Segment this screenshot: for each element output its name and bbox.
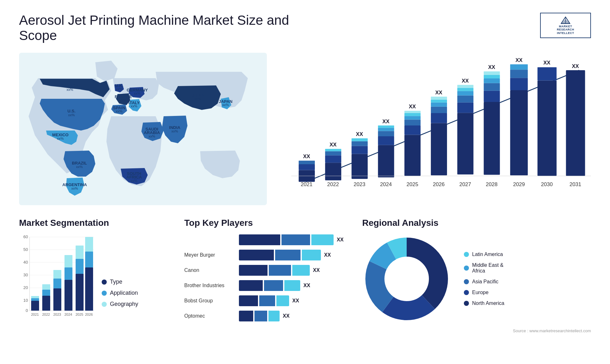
svg-rect-123 <box>31 298 39 301</box>
north-america-dot <box>464 301 469 306</box>
svg-rect-79 <box>457 103 473 113</box>
svg-text:60: 60 <box>24 234 28 239</box>
player-row-3: Brother Industries XX <box>184 280 349 291</box>
svg-text:xx%: xx% <box>57 137 64 140</box>
svg-rect-65 <box>404 116 421 119</box>
svg-text:2025: 2025 <box>406 181 418 187</box>
reg-item-mea: Middle East &Africa <box>464 262 504 274</box>
svg-text:2021: 2021 <box>301 181 313 187</box>
svg-rect-67 <box>404 111 421 113</box>
europe-dot <box>464 290 469 295</box>
svg-rect-39 <box>299 164 315 170</box>
svg-rect-136 <box>64 255 72 267</box>
svg-rect-135 <box>64 267 72 280</box>
svg-rect-144 <box>85 237 93 252</box>
svg-rect-72 <box>431 107 447 113</box>
svg-rect-83 <box>457 85 473 88</box>
svg-text:xx%: xx% <box>172 129 178 133</box>
players-title: Top Key Players <box>184 218 349 228</box>
svg-rect-51 <box>352 141 368 146</box>
svg-rect-63 <box>404 125 421 135</box>
world-map: CANADA xx% U.S. xx% MEXICO xx% BRAZIL xx… <box>19 53 267 205</box>
svg-rect-128 <box>42 284 50 290</box>
legend-item-geography: Geography <box>102 301 172 307</box>
player-bar-0: XX <box>239 234 349 245</box>
svg-rect-58 <box>378 128 394 131</box>
logo-box: MARKET RESEARCH INTELLECT <box>540 13 591 38</box>
svg-rect-45 <box>325 151 341 155</box>
source-text: Source : www.marketresearchintellect.com <box>362 328 591 333</box>
svg-rect-132 <box>53 270 61 279</box>
svg-rect-49 <box>352 154 368 179</box>
svg-text:CANADA: CANADA <box>61 83 79 88</box>
reg-item-latin: Latin America <box>464 252 504 257</box>
apac-dot <box>464 279 469 284</box>
svg-text:2026: 2026 <box>433 181 445 187</box>
svg-rect-130 <box>53 288 61 311</box>
svg-text:2029: 2029 <box>513 181 525 187</box>
svg-rect-56 <box>378 136 394 145</box>
reg-item-apac: Asia Pacific <box>464 279 504 285</box>
svg-text:2025: 2025 <box>76 313 83 316</box>
latin-dot <box>464 252 469 257</box>
svg-rect-81 <box>457 91 473 96</box>
page-wrapper: Aerosol Jet Printing Machine Market Size… <box>0 0 610 364</box>
svg-rect-94 <box>510 90 528 175</box>
svg-text:xx%: xx% <box>194 97 201 101</box>
svg-rect-124 <box>31 296 39 298</box>
legend-item-type: Type <box>102 279 172 285</box>
svg-text:xx%: xx% <box>222 103 229 107</box>
svg-rect-59 <box>378 125 394 128</box>
type-dot <box>102 280 107 285</box>
svg-rect-87 <box>484 91 500 102</box>
player-bar-4: XX <box>239 295 349 306</box>
svg-rect-91 <box>484 71 500 75</box>
regional-content: Latin America Middle East &Africa Asia P… <box>362 234 591 323</box>
svg-rect-73 <box>431 103 447 107</box>
svg-text:xx%: xx% <box>71 186 78 190</box>
svg-rect-97 <box>510 64 528 70</box>
svg-text:xx%: xx% <box>131 104 138 108</box>
seg-content: 60 50 40 30 20 10 0 <box>19 234 172 317</box>
logo-icon <box>558 16 573 25</box>
svg-rect-131 <box>53 279 61 288</box>
logo-area: MARKET RESEARCH INTELLECT <box>540 13 591 38</box>
svg-rect-74 <box>431 100 447 103</box>
svg-rect-43 <box>325 163 341 180</box>
svg-rect-66 <box>404 113 421 116</box>
svg-text:XX: XX <box>329 142 336 148</box>
player-value-4: XX <box>292 298 299 304</box>
svg-rect-57 <box>378 131 394 136</box>
player-row-4: Bobst Group XX <box>184 295 349 306</box>
logo-text: MARKET RESEARCH INTELLECT <box>557 25 574 35</box>
svg-rect-88 <box>484 83 500 91</box>
header: Aerosol Jet Printing Machine Market Size… <box>19 13 591 43</box>
svg-rect-82 <box>457 88 473 91</box>
player-name-3: Brother Industries <box>184 283 235 288</box>
svg-text:0: 0 <box>26 308 28 313</box>
svg-text:XX: XX <box>303 153 310 159</box>
svg-rect-139 <box>76 259 84 274</box>
svg-text:2024: 2024 <box>380 181 392 187</box>
player-row-0: XX <box>184 234 349 245</box>
svg-rect-95 <box>510 78 528 90</box>
svg-text:50: 50 <box>24 247 28 252</box>
mea-dot <box>464 266 469 271</box>
svg-text:xx%: xx% <box>116 109 123 113</box>
svg-text:XX: XX <box>572 63 579 69</box>
player-value-2: XX <box>313 267 320 273</box>
svg-text:2024: 2024 <box>64 313 72 316</box>
bar-chart-container: 2021 XX 2022 XX 2023 XX <box>280 53 591 205</box>
seg-chart: 60 50 40 30 20 10 0 <box>19 234 95 317</box>
geography-label: Geography <box>110 301 138 307</box>
svg-rect-71 <box>431 113 447 123</box>
svg-text:U.S.: U.S. <box>67 109 75 113</box>
svg-text:2031: 2031 <box>570 181 581 187</box>
svg-text:XX: XX <box>435 90 442 96</box>
svg-rect-143 <box>85 252 93 267</box>
players-chart: XX Meyer Burger XX Canon <box>184 234 349 321</box>
latin-label: Latin America <box>472 252 503 257</box>
svg-text:30: 30 <box>24 273 28 277</box>
svg-text:20: 20 <box>24 285 28 290</box>
svg-rect-80 <box>457 96 473 103</box>
